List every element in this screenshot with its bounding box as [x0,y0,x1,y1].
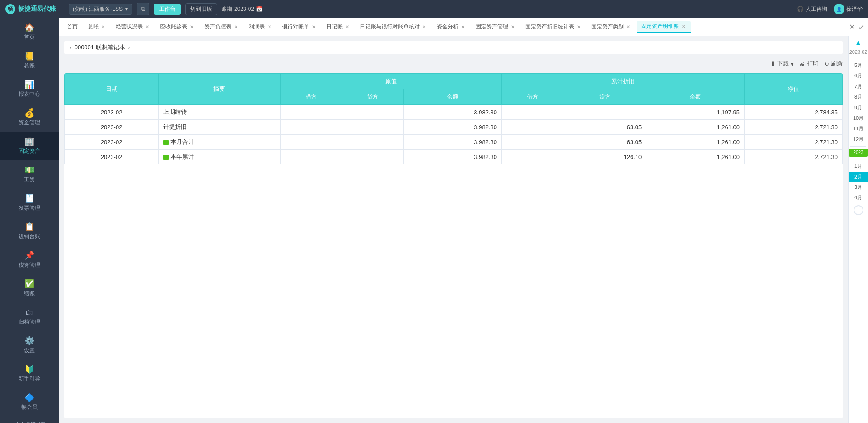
breadcrumb-back-button[interactable]: ‹ [70,44,72,51]
scroll-up-button[interactable]: ▲ [854,38,863,48]
tab-ar-close[interactable]: ✕ [189,24,194,30]
tab-balance[interactable]: 资产负债表 ✕ [200,21,243,33]
payroll-icon: 💵 [24,166,34,174]
sidebar-label-reports: 报表中心 [19,90,40,98]
data-table-wrapper: 日期 摘要 原值 累计折旧 净值 借方 贷方 余额 借方 [64,73,843,418]
tab-bank-close[interactable]: ✕ [311,24,316,30]
sidebar-item-member[interactable]: 🔷 畅会员 [0,388,59,417]
workbench-button[interactable]: 工作台 [154,4,181,15]
tab-reconcile-close[interactable]: ✕ [421,24,427,30]
username: 徐泽华 [846,5,863,13]
cell-orig-debit [280,105,342,120]
month-9[interactable]: 9月 [849,103,868,113]
month-10[interactable]: 10月 [849,113,868,123]
fixed-assets-icon: 🏢 [24,137,34,146]
month-3[interactable]: 3月 [849,182,868,193]
table-toolbar: ⬇ 下载 ▾ 🖨 打印 ↻ 刷新 [64,58,843,70]
month-8[interactable]: 8月 [849,92,868,102]
tab-reconcile-label: 日记账与银行对账单核对 [360,23,420,31]
tab-balance-close[interactable]: ✕ [233,24,239,30]
month-11[interactable]: 11月 [849,123,868,134]
ai-consult-button[interactable]: 🎧 人工咨询 [797,5,827,13]
th-accumulated-credit: 贷方 [563,89,646,105]
month-12[interactable]: 12月 [849,134,868,145]
sidebar-label-settings: 设置 [24,347,35,354]
tab-capital-analysis[interactable]: 资金分析 ✕ [432,21,470,33]
tab-fa-detail[interactable]: 固定资产明细账 ✕ [637,21,691,33]
sidebar-item-settings[interactable]: ⚙️ 设置 [0,331,59,360]
sidebar-item-home[interactable]: 🏠 首页 [0,18,59,47]
cell-orig-credit [342,135,403,150]
tab-home[interactable]: 首页 [62,21,82,33]
cell-accum-debit [501,120,563,135]
tab-bar: 首页 总账 ✕ 经营状况表 ✕ 应收账龄表 ✕ 资产负债表 ✕ 利润表 ✕ [59,18,868,36]
tab-fa-category[interactable]: 固定资产类别 ✕ [587,21,636,33]
download-button[interactable]: ⬇ 下载 ▾ [770,60,794,68]
month-4[interactable]: 4月 [849,193,868,203]
period-info: 账期 2023-02 📅 [222,5,263,13]
pin-button[interactable]: ◀◀ 取消固定 [0,417,59,423]
year-2023-badge[interactable]: 2023 [849,149,868,157]
tab-close-all-button[interactable]: ✕ [849,23,855,31]
sidebar-item-sales[interactable]: 📋 进销台账 [0,217,59,246]
cell-net-value: 2,721.30 [745,150,843,164]
sidebar-item-capital[interactable]: 💰 资金管理 [0,103,59,132]
tab-capital-analysis-close[interactable]: ✕ [460,24,466,30]
tab-bank[interactable]: 银行对账单 ✕ [278,21,321,33]
tab-journal[interactable]: 日记账 ✕ [322,21,354,33]
tab-maximize-button[interactable]: ⤢ [859,23,864,31]
tab-fa-mgmt-close[interactable]: ✕ [510,24,515,30]
month-6[interactable]: 6月 [849,70,868,81]
tab-fa-detail-close[interactable]: ✕ [681,24,686,29]
tab-fa-depr-close[interactable]: ✕ [576,24,581,30]
sidebar-item-settle[interactable]: ✅ 结账 [0,274,59,303]
old-version-button[interactable]: 切到旧版 [185,3,217,15]
user-area[interactable]: 👤 徐泽华 [834,4,863,14]
th-date: 日期 [65,74,159,105]
tab-ledger-label: 总账 [88,23,99,31]
main-layout: 🏠 首页 📒 总账 📊 报表中心 💰 资金管理 🏢 固定资产 💵 工资 🧾 发票… [0,18,868,423]
month-1[interactable]: 1月 [849,161,868,171]
period-2023-02-top[interactable]: 2023.02 [849,48,868,56]
sidebar-item-payroll[interactable]: 💵 工资 [0,160,59,189]
sidebar-item-tax[interactable]: 📌 税务管理 [0,246,59,274]
month-7[interactable]: 7月 [849,81,868,92]
company-selector[interactable]: (勿动) 江西服务-LSS ▾ [69,4,132,15]
sidebar-item-reports[interactable]: 📊 报表中心 [0,75,59,103]
sidebar-item-ledger[interactable]: 📒 总账 [0,47,59,75]
sidebar-item-invoice[interactable]: 🧾 发票管理 [0,189,59,217]
scroll-circle[interactable] [854,205,863,215]
tab-ledger[interactable]: 总账 ✕ [83,21,110,33]
tab-biz-status-close[interactable]: ✕ [145,24,150,30]
tab-profit-close[interactable]: ✕ [267,24,272,30]
cell-summary: 上期结转 [159,105,281,120]
tab-fa-mgmt[interactable]: 固定资产管理 ✕ [471,21,520,33]
refresh-button[interactable]: ↻ 刷新 [824,60,843,68]
tab-fa-category-close[interactable]: ✕ [626,24,631,30]
breadcrumb-forward-button[interactable]: › [128,44,130,51]
tab-ar[interactable]: 应收账龄表 ✕ [156,21,199,33]
member-icon: 🔷 [24,394,34,402]
tab-ledger-close[interactable]: ✕ [100,24,106,30]
th-original: 原值 [280,74,501,89]
month-5[interactable]: 5月 [849,60,868,70]
panel-separator-3 [850,159,866,159]
tab-journal-close[interactable]: ✕ [344,24,350,30]
th-accumulated-depr: 累计折旧 [501,74,744,89]
tab-biz-status[interactable]: 经营状况表 ✕ [111,21,155,33]
tab-profit[interactable]: 利润表 ✕ [244,21,277,33]
copy-button[interactable]: ⧉ [137,3,149,15]
sidebar-item-guide[interactable]: 🔰 新手引导 [0,360,59,388]
avatar: 👤 [834,4,844,14]
sidebar-label-fixed-assets: 固定资产 [19,147,40,155]
tab-fa-depr[interactable]: 固定资产折旧统计表 ✕ [521,21,586,33]
sidebar-label-archive: 归档管理 [19,318,40,326]
sidebar-item-fixed-assets[interactable]: 🏢 固定资产 [0,132,59,160]
month-2[interactable]: 2月 [849,172,868,182]
content-area: 首页 总账 ✕ 经营状况表 ✕ 应收账龄表 ✕ 资产负债表 ✕ 利润表 ✕ [59,18,868,423]
sidebar-item-archive[interactable]: 🗂 归档管理 [0,303,59,331]
cell-accum-balance: 1,261.00 [646,135,745,150]
print-button[interactable]: 🖨 打印 [799,60,819,68]
app-title: 畅捷通易代账 [18,5,56,13]
tab-reconcile[interactable]: 日记账与银行对账单核对 ✕ [355,21,431,33]
